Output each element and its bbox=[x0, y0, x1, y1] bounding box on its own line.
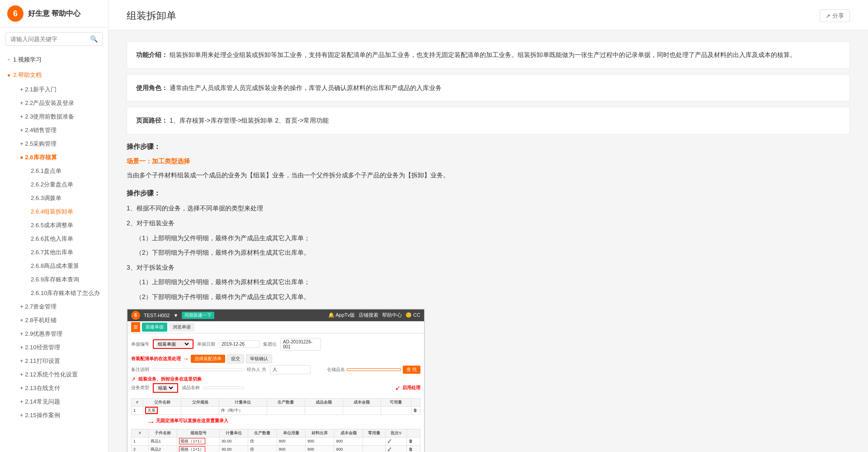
step2-2: （2）下部明细为子件明细，最终作为原材料生成其它出库单。 bbox=[127, 247, 850, 259]
annotation4-text: 无固定清单可以直接在这里置重录入 bbox=[156, 418, 228, 424]
sidebar-item-data[interactable]: + 2.3使用前数据准备 bbox=[13, 110, 108, 124]
mock-screenshot: 6 TEST-H002 ▼ 同期新建一下 🔔 AppTv版 店铺搜索 帮助中心 … bbox=[127, 309, 425, 452]
mock-doc-type-select: 请选择 组装单据 bbox=[153, 339, 193, 349]
path-text: 1、库存核算->库存管理->组装拆卸单 2、首页->常用功能 bbox=[170, 117, 329, 124]
main-content: 组装拆卸单 ↗ 分享 功能介绍： 组装拆卸单用来处理企业组装或拆卸等加工业务，支… bbox=[108, 0, 868, 452]
mock-tab-new: 新建单据 bbox=[142, 323, 167, 332]
annotation3-area: ↙ 启用处理 bbox=[395, 384, 420, 391]
path-label: 页面路径： bbox=[136, 117, 168, 124]
screenshot-container: 6 TEST-H002 ▼ 同期新建一下 🔔 AppTv版 店铺搜索 帮助中心 … bbox=[127, 309, 425, 452]
arrow-icon3: ↙ bbox=[395, 384, 401, 391]
annotation4-area: ↑ 无固定清单可以直接在这里置重录入 bbox=[149, 418, 420, 427]
sidebar-item-otherout[interactable]: 2.6.7其他出库单 bbox=[20, 246, 108, 259]
sidebar-item-finance[interactable]: + 2.7资金管理 bbox=[13, 300, 108, 314]
feature-intro-block: 功能介绍： 组装拆卸单用来处理企业组装或拆卸等加工业务，支持有固定装配清单的产品… bbox=[127, 41, 850, 69]
arrow-icon2: ↗ bbox=[131, 376, 136, 382]
search-icon[interactable]: 🔍 bbox=[90, 35, 98, 43]
sidebar-item-assembly[interactable]: 2.6.4组装拆卸单 bbox=[20, 205, 108, 219]
step2: 2、对于组装业务 bbox=[127, 217, 850, 229]
search-input[interactable] bbox=[10, 36, 90, 43]
sidebar-item-stockerr[interactable]: 2.6.10库存账本错了怎么办 bbox=[20, 286, 108, 300]
sidebar-header: 6 好生意 帮助中心 bbox=[0, 0, 108, 28]
mock-type-row: 业务类型 组装 拆卸 成品名称 bbox=[131, 383, 420, 393]
mock-review-btn: 审核确认 bbox=[246, 354, 272, 363]
mock-biz-type: 组装 拆卸 bbox=[153, 383, 178, 393]
share-icon: ↗ bbox=[826, 13, 830, 19]
feature-intro-text: 组装拆卸单用来处理企业组装或拆卸等加工业务，支持有固定装配清单的产品加工业务，也… bbox=[170, 51, 796, 58]
sidebar-item-goodscost[interactable]: 2.6.8商品成本重算 bbox=[20, 259, 108, 273]
page-title: 组装拆卸单 bbox=[127, 9, 176, 23]
mock-type-dropdown[interactable]: 请选择 组装单据 bbox=[156, 341, 190, 347]
sidebar-item-purchase[interactable]: + 2.5采购管理 bbox=[13, 137, 108, 151]
sidebar-item-coupon[interactable]: + 2.9优惠券管理 bbox=[13, 327, 108, 341]
mock-form-area: 单据编号 请选择 组装单据 单据日期 2019-12-26 集团位 AD-201… bbox=[131, 336, 420, 396]
mock-form-row1: 单据编号 请选择 组装单据 单据日期 2019-12-26 集团位 AD-201… bbox=[131, 338, 420, 363]
parent-item-name: 关系 bbox=[145, 407, 158, 414]
content-body: 功能介绍： 组装拆卸单用来处理企业组装或拆卸等加工业务，支持有固定装配清单的产品… bbox=[108, 30, 868, 452]
step1: 1、根据不同的业务，选择不同单据的类型来处理 bbox=[127, 202, 850, 214]
sidebar-item-print[interactable]: + 2.11打印设置 bbox=[13, 354, 108, 368]
mock-select-bom-btn[interactable]: 选择装配清单 bbox=[191, 355, 225, 363]
role-block: 使用角色： 通常由生产人员或库管人员完成拆装业务的操作，库管人员确认原材料的出库… bbox=[127, 74, 850, 102]
mock-biz-type-dropdown[interactable]: 组装 拆卸 bbox=[156, 385, 175, 391]
mock-lower-row2: 2 商品2 规格（1+1） 30.00 倍 900 900 900 bbox=[132, 445, 420, 452]
warehouse-search-area: 仓储品名 查 找 bbox=[327, 366, 420, 374]
inventory-children: 2.6.1盘点单 2.6.2分量盘点单 2.6.3调拨单 2.6.4组装拆卸单 … bbox=[13, 164, 108, 300]
expand-icon: + bbox=[7, 57, 10, 63]
sidebar-item-ops[interactable]: + 2.10经营管理 bbox=[13, 341, 108, 354]
sidebar-item-inventory[interactable]: ● 2.6库存核算 bbox=[13, 151, 108, 164]
sidebar: 6 好生意 帮助中心 🔍 + 1.视频学习 ● 2.帮助文档 + 2.1新手入门… bbox=[0, 0, 108, 452]
feature-intro-label: 功能介绍： bbox=[136, 51, 168, 58]
role-label: 使用角色： bbox=[136, 84, 168, 91]
step3: 3、对于拆装业务 bbox=[127, 262, 850, 274]
sidebar-item-stockquery[interactable]: 2.6.9库存账本查询 bbox=[20, 273, 108, 286]
sidebar-item-costadj[interactable]: 2.6.5成本调整单 bbox=[20, 219, 108, 232]
path-block: 页面路径： 1、库存核算->库存管理->组装拆卸单 2、首页->常用功能 bbox=[127, 107, 850, 134]
arrow-icon4: ↑ bbox=[146, 420, 156, 424]
collapse-icon: ● bbox=[7, 72, 10, 78]
search-box[interactable]: 🔍 bbox=[5, 32, 103, 46]
role-text: 通常由生产人员或库管人员完成拆装业务的操作，库管人员确认原材料的出库和产成品的入… bbox=[170, 84, 442, 91]
mock-subnav: ≡ 新建单据 浏览单据 bbox=[127, 321, 424, 333]
sidebar-item-mobile[interactable]: + 2.8手机旺铺 bbox=[13, 314, 108, 327]
sidebar-item-otherinput[interactable]: 2.6.6其他入库单 bbox=[20, 232, 108, 246]
sidebar-item-install[interactable]: + 2.2产品安装及登录 bbox=[13, 96, 108, 110]
nav-section: + 1.视频学习 ● 2.帮助文档 + 2.1新手入门 + 2.2产品安装及登录… bbox=[0, 50, 108, 424]
mock-form-row2: 备注说明 经办人 共 人 仓储品名 查 找 bbox=[131, 365, 420, 374]
logo-icon: 6 bbox=[7, 5, 24, 22]
mock-sidebar-icon: ≡ bbox=[131, 322, 140, 332]
ops-steps2-heading: 操作步骤： bbox=[127, 189, 850, 198]
annotation2-area: ↗ 组装业务、拆卸业务在这里切换 bbox=[131, 376, 420, 382]
sidebar-item-onlinepay[interactable]: + 2.13在线支付 bbox=[13, 381, 108, 395]
sidebar-item-adjust[interactable]: 2.6.3调拨单 bbox=[20, 191, 108, 205]
sidebar-item-stocktake[interactable]: 2.6.1盘点单 bbox=[20, 164, 108, 178]
scenario1-desc: 当由多个子件材料组装成一个成品的业务为【组装】业务，当由一个父件拆分成多个子产品… bbox=[127, 169, 850, 181]
mock-topbar: 6 TEST-H002 ▼ 同期新建一下 🔔 AppTv版 店铺搜索 帮助中心 … bbox=[127, 309, 424, 321]
step2-1: （1）上部明细为父件明细，最终作为产成品生成其它入库单； bbox=[127, 232, 850, 244]
annotation3-text: 启用处理 bbox=[402, 385, 420, 391]
mock-title: TEST-H002 bbox=[144, 313, 170, 318]
sidebar-item-faq[interactable]: + 2.14常见问题 bbox=[13, 395, 108, 409]
mock-logo: 6 bbox=[131, 311, 140, 320]
share-button[interactable]: ↗ 分享 bbox=[820, 10, 850, 22]
app-name: 好生意 帮助中心 bbox=[28, 9, 80, 19]
sidebar-item-sales[interactable]: + 2.4销售管理 bbox=[13, 124, 108, 137]
sidebar-item-partial[interactable]: 2.6.2分量盘点单 bbox=[20, 178, 108, 191]
mock-search-btn[interactable]: 查 找 bbox=[403, 366, 420, 374]
mock-tab-browse: 浏览单据 bbox=[169, 323, 194, 332]
ops-steps-heading: 操作步骤： bbox=[127, 143, 850, 151]
annotation2-text: 组装业务、拆卸业务在这里切换 bbox=[138, 376, 202, 382]
sidebar-item-newcomer[interactable]: + 2.1新手入门 bbox=[13, 83, 108, 96]
mock-upper-table-row1: 1 关系 件（吨/个） 🗑 bbox=[132, 406, 420, 414]
sidebar-item-docs[interactable]: ● 2.帮助文档 bbox=[0, 67, 108, 83]
mock-lower-row1: 1 商品1 规格（1+1） 30.00 倍 900 900 900 bbox=[132, 437, 420, 445]
sidebar-item-cases[interactable]: + 2.15操作案例 bbox=[13, 409, 108, 422]
sidebar-item-video[interactable]: + 1.视频学习 bbox=[0, 52, 108, 67]
step3-1: （1）上部明细为父件明细，最终作为原材料生成其它出库单； bbox=[127, 276, 850, 288]
mock-body: 单据编号 请选择 组装单据 单据日期 2019-12-26 集团位 AD-201… bbox=[127, 333, 424, 452]
mock-upper-table: # 父件名称 父件规格 计量单位 生产数量 成品金额 成本金额 可用量 bbox=[131, 398, 420, 415]
sidebar-item-personalize[interactable]: + 2.12系统个性化设置 bbox=[13, 368, 108, 381]
content-header: 组装拆卸单 ↗ 分享 bbox=[108, 0, 868, 30]
annotation1-area: 有装配清单的在这里处理 → 选择装配清单 提交 审核确认 bbox=[131, 354, 272, 363]
nav-sub-docs: + 2.1新手入门 + 2.2产品安装及登录 + 2.3使用前数据准备 + 2.… bbox=[0, 83, 108, 422]
